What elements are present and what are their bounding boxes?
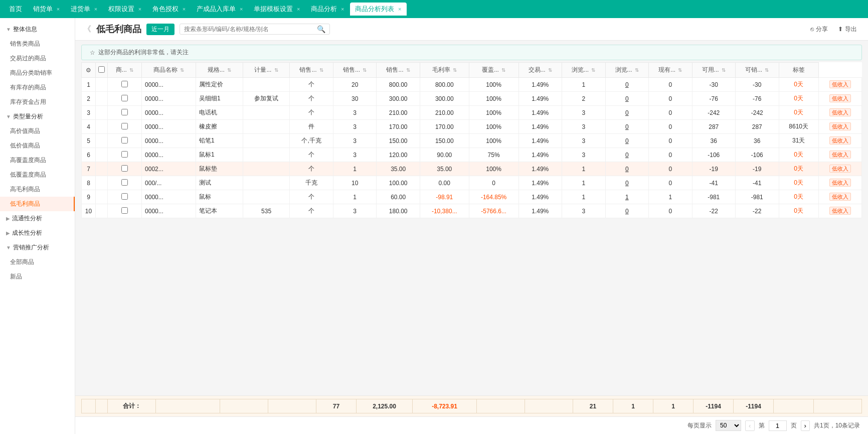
export-button[interactable]: ⬆ 导出 (835, 24, 860, 35)
cell-settings (96, 162, 108, 176)
nav-permission[interactable]: 权限设置 × (103, 3, 146, 16)
sidebar-group-circulation[interactable]: ▶ 流通性分析 (0, 211, 75, 226)
col-browse1[interactable]: 浏览... ⇅ (562, 63, 606, 78)
cell-checkbox[interactable] (108, 120, 142, 134)
nav-goods-analysis-list[interactable]: 商品分析列表 × (350, 3, 406, 16)
nav-purchase[interactable]: 进货单 × (66, 3, 102, 16)
cell-browse1[interactable]: 1 (605, 190, 649, 204)
col-sales-qty[interactable]: 销售... ⇅ (290, 63, 333, 78)
row-checkbox[interactable] (121, 109, 128, 115)
col-checkbox[interactable] (96, 63, 108, 78)
next-page-button[interactable]: › (801, 420, 810, 431)
sidebar-group-marketing[interactable]: ▼ 营销推广分析 (0, 240, 75, 255)
cell-browse1[interactable]: 0 (605, 120, 649, 134)
cell-checkbox[interactable] (108, 176, 142, 190)
nav-sales-close[interactable]: × (57, 6, 60, 12)
col-unit[interactable]: 计量... ⇅ (243, 63, 290, 78)
sidebar-item-high-margin[interactable]: 高毛利商品 (0, 182, 75, 197)
cell-browse1[interactable]: 0 (605, 134, 649, 148)
sidebar-item-sales-goods[interactable]: 销售类商品 (0, 37, 75, 51)
cell-browse1[interactable]: 0 (605, 78, 649, 92)
cell-browse1[interactable]: 0 (605, 162, 649, 176)
cell-checkbox[interactable] (108, 190, 142, 204)
cell-checkbox[interactable] (108, 106, 142, 120)
nav-goods-close[interactable]: × (341, 6, 344, 12)
sidebar-item-low-coverage[interactable]: 低覆盖度商品 (0, 168, 75, 182)
row-checkbox[interactable] (121, 123, 128, 129)
cell-checkbox[interactable] (108, 134, 142, 148)
col-tag[interactable]: 标签 (779, 63, 818, 78)
nav-goods-list-close[interactable]: × (398, 6, 401, 12)
nav-role-close[interactable]: × (183, 6, 186, 12)
cell-checkbox[interactable] (108, 78, 142, 92)
sidebar-item-high-value[interactable]: 高价值商品 (0, 124, 75, 138)
cell-browse1[interactable]: 0 (605, 176, 649, 190)
row-checkbox[interactable] (121, 151, 128, 158)
page-input[interactable] (769, 420, 787, 431)
cell-browse1[interactable]: 0 (605, 204, 649, 218)
select-all-checkbox[interactable] (98, 66, 105, 73)
col-available[interactable]: 可用... ⇅ (692, 63, 736, 78)
nav-goods-analysis[interactable]: 商品分析 × (306, 3, 349, 16)
sidebar-group-type[interactable]: ▼ 类型量分析 (0, 109, 75, 124)
cell-browse1[interactable]: 0 (605, 92, 649, 106)
sidebar-item-traded-goods[interactable]: 交易过的商品 (0, 51, 75, 66)
col-code[interactable]: 商... ⇅ (108, 63, 142, 78)
nav-purchase-close[interactable]: × (94, 6, 97, 12)
row-checkbox[interactable] (121, 193, 128, 200)
col-trade[interactable]: 交易... ⇅ (518, 63, 562, 78)
nav-template-close[interactable]: × (297, 6, 300, 12)
col-sales-price[interactable]: 销售... ⇅ (333, 63, 377, 78)
col-spec[interactable]: 规格... ⇅ (196, 63, 243, 78)
sidebar-item-in-stock-goods[interactable]: 有库存的商品 (0, 80, 75, 95)
search-icon[interactable]: 🔍 (317, 25, 325, 33)
nav-product-close[interactable]: × (240, 6, 243, 12)
nav-role[interactable]: 角色授权 × (147, 3, 191, 16)
col-name[interactable]: 商品名称 ⇅ (142, 63, 196, 78)
cell-trade: 3 (562, 106, 606, 120)
search-input[interactable] (184, 26, 317, 33)
cell-checkbox[interactable] (108, 92, 142, 106)
row-checkbox[interactable] (121, 179, 128, 186)
sidebar-item-capital[interactable]: 库存资金占用 (0, 95, 75, 109)
cell-browse1[interactable]: 0 (605, 106, 649, 120)
nav-home[interactable]: 首页 (4, 3, 27, 16)
per-page-select[interactable]: 50 100 (716, 420, 741, 431)
time-filter-button[interactable]: 近一月 (146, 24, 175, 35)
share-button[interactable]: ⎋ 分享 (807, 24, 831, 35)
sidebar-item-low-margin[interactable]: 低毛利商品 (0, 197, 75, 211)
col-coverage[interactable]: 覆盖... ⇅ (469, 63, 518, 78)
cell-sales-price: 170.00 (377, 120, 420, 134)
cell-spec (243, 134, 290, 148)
nav-sales[interactable]: 销货单 × (28, 3, 65, 16)
row-checkbox[interactable] (121, 137, 128, 143)
sidebar-item-low-value[interactable]: 低价值商品 (0, 138, 75, 153)
row-checkbox[interactable] (121, 165, 128, 172)
row-checkbox[interactable] (121, 81, 128, 87)
sidebar-item-new-goods[interactable]: 新品 (0, 269, 75, 284)
sidebar-item-high-coverage[interactable]: 高覆盖度商品 (0, 153, 75, 168)
col-sales-profit[interactable]: 销售... ⇅ (377, 63, 420, 78)
cell-row-no: 3 (82, 106, 96, 120)
nav-product-stock[interactable]: 产成品入库单 × (192, 3, 248, 16)
col-current-stock[interactable]: 现有... ⇅ (649, 63, 692, 78)
sidebar-group-overall[interactable]: ▼ 整体信息 (0, 22, 75, 37)
prev-page-button[interactable]: ‹ (745, 420, 754, 431)
col-gross-rate[interactable]: 毛利率 ⇅ (420, 63, 469, 78)
row-checkbox[interactable] (121, 207, 128, 214)
cell-checkbox[interactable] (108, 148, 142, 162)
cell-checkbox[interactable] (108, 162, 142, 176)
nav-permission-close[interactable]: × (138, 6, 141, 12)
sidebar-group-growth[interactable]: ▶ 成长性分析 (0, 226, 75, 240)
cell-browse2: 0 (649, 176, 692, 190)
sidebar-item-all-goods[interactable]: 全部商品 (0, 255, 75, 269)
nav-template[interactable]: 单据模板设置 × (249, 3, 305, 16)
col-settings[interactable]: ⚙ (82, 63, 96, 78)
col-browse2[interactable]: 浏览... ⇅ (605, 63, 649, 78)
sidebar-collapse-button[interactable]: 《 (83, 24, 91, 35)
row-checkbox[interactable] (121, 95, 128, 101)
col-saleable[interactable]: 可销... ⇅ (736, 63, 779, 78)
cell-browse1[interactable]: 0 (605, 148, 649, 162)
cell-checkbox[interactable] (108, 204, 142, 218)
sidebar-item-category-rate[interactable]: 商品分类助销率 (0, 66, 75, 80)
